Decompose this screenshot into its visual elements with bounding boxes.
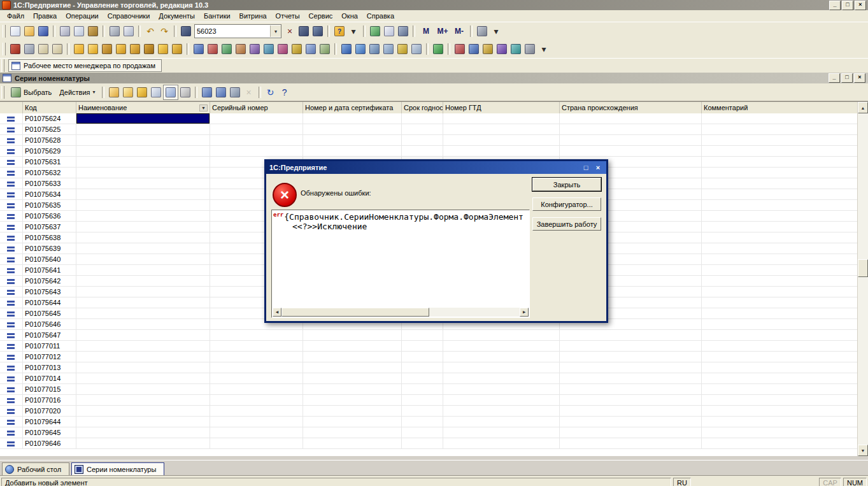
- cell-expiry[interactable]: [402, 438, 443, 448]
- cell-gtd[interactable]: [443, 330, 560, 340]
- cell-icon[interactable]: [0, 330, 23, 340]
- help-icon[interactable]: ?: [278, 85, 292, 99]
- cell-name[interactable]: [76, 232, 210, 243]
- menu-item-5[interactable]: Документы: [154, 11, 199, 21]
- actions-button[interactable]: Действия ▾: [55, 87, 99, 97]
- cell-gtd[interactable]: [443, 362, 560, 373]
- find-icon[interactable]: [297, 24, 311, 38]
- cell-country[interactable]: [560, 135, 702, 145]
- return-issue-icon[interactable]: [276, 42, 290, 56]
- cell-serial[interactable]: [210, 146, 303, 156]
- cell-cert[interactable]: [303, 352, 402, 362]
- scroll-left-icon[interactable]: ◀: [273, 308, 281, 317]
- cell-code[interactable]: P01075647: [23, 330, 76, 340]
- cell-expiry[interactable]: [402, 330, 443, 340]
- select-button[interactable]: Выбрать: [7, 86, 55, 99]
- menu-item-3[interactable]: Операции: [61, 11, 103, 21]
- payment-out-icon[interactable]: [170, 42, 184, 56]
- cell-country[interactable]: [560, 417, 702, 427]
- sales-report-icon[interactable]: [453, 42, 467, 56]
- menu-item-6[interactable]: Бантики: [199, 11, 235, 21]
- cell-name[interactable]: [76, 157, 210, 167]
- invoice-note-icon[interactable]: [304, 42, 318, 56]
- memory-minus-button[interactable]: M-: [451, 24, 467, 38]
- cell-icon[interactable]: [0, 395, 23, 405]
- table-row[interactable]: P01077012: [0, 352, 858, 362]
- tab-series[interactable]: Серии номенклатуры: [71, 462, 164, 475]
- chevron-down-icon[interactable]: ▾: [270, 25, 281, 37]
- cell-comment[interactable]: [702, 157, 858, 167]
- cell-name[interactable]: [76, 362, 210, 373]
- cell-expiry[interactable]: [402, 146, 443, 156]
- close-button[interactable]: ×: [855, 1, 866, 10]
- cell-code[interactable]: P01075640: [23, 254, 76, 264]
- column-header-cert[interactable]: Номер и дата сертификата: [303, 102, 402, 113]
- cell-code[interactable]: P01075638: [23, 232, 76, 243]
- toolbar-grip[interactable]: [3, 43, 6, 55]
- scroll-right-icon[interactable]: ▶: [520, 308, 529, 317]
- cell-code[interactable]: P01075637: [23, 222, 76, 232]
- cell-comment[interactable]: [702, 276, 858, 286]
- tools-icon[interactable]: [475, 24, 489, 38]
- cell-icon[interactable]: [0, 254, 23, 264]
- cell-name[interactable]: [76, 395, 210, 405]
- purchase-invoice-icon[interactable]: [192, 42, 206, 56]
- child-close-button[interactable]: ×: [854, 73, 865, 83]
- cell-cert[interactable]: [303, 406, 402, 416]
- sales-manager-workspace-button[interactable]: Рабочее место менеджера по продажам: [8, 59, 162, 72]
- cell-gtd[interactable]: [443, 406, 560, 416]
- cell-serial[interactable]: [210, 330, 303, 340]
- table-row[interactable]: P01077015: [0, 384, 858, 395]
- cell-code[interactable]: P01075642: [23, 276, 76, 286]
- address-book-icon[interactable]: [8, 42, 22, 56]
- menu-item-1[interactable]: Файл: [3, 11, 29, 21]
- table-row[interactable]: P01079645: [0, 427, 858, 438]
- nomenclature-icon[interactable]: [353, 42, 367, 56]
- counterparties-icon[interactable]: [339, 42, 353, 56]
- cell-serial[interactable]: [210, 124, 303, 134]
- cell-icon[interactable]: [0, 276, 23, 286]
- table-row[interactable]: P01075628: [0, 135, 858, 146]
- cell-icon[interactable]: [0, 384, 23, 394]
- cell-code[interactable]: P01075629: [23, 146, 76, 156]
- cell-code[interactable]: P01079646: [23, 438, 76, 448]
- delete-item-icon[interactable]: [178, 85, 192, 99]
- menu-item-4[interactable]: Справочники: [103, 11, 155, 21]
- cell-icon[interactable]: [0, 352, 23, 362]
- scroll-down-icon[interactable]: ▼: [858, 445, 868, 456]
- dropdown-icon[interactable]: ▾: [489, 24, 503, 38]
- error-text-box[interactable]: err{Справочник.СерииНоменклатуры.Форма.Ф…: [271, 210, 530, 318]
- menu-item-10[interactable]: Окна: [337, 11, 362, 21]
- child-restore-button[interactable]: □: [841, 73, 853, 83]
- cell-icon[interactable]: [0, 341, 23, 351]
- cell-name[interactable]: [76, 406, 210, 416]
- cell-expiry[interactable]: [402, 124, 443, 134]
- cell-comment[interactable]: [702, 330, 858, 340]
- cell-country[interactable]: [560, 341, 702, 351]
- filter-icon[interactable]: [200, 85, 214, 99]
- table-row[interactable]: P01075629: [0, 146, 858, 157]
- cell-code[interactable]: P01077012: [23, 352, 76, 362]
- menu-item-9[interactable]: Сервис: [304, 11, 338, 21]
- cell-comment[interactable]: [702, 124, 858, 134]
- cell-gtd[interactable]: [443, 373, 560, 383]
- dropdown-icon[interactable]: ▾: [346, 24, 360, 38]
- cell-icon[interactable]: [0, 373, 23, 383]
- cell-country[interactable]: [560, 427, 702, 438]
- act-document-icon[interactable]: [318, 42, 332, 56]
- cell-name[interactable]: [76, 308, 210, 318]
- cell-country[interactable]: [560, 113, 702, 124]
- column-header-gtd[interactable]: Номер ГТД: [443, 102, 560, 113]
- cell-serial[interactable]: [210, 427, 303, 438]
- cell-name[interactable]: [76, 319, 210, 329]
- cell-code[interactable]: P01075633: [23, 178, 76, 189]
- cell-code[interactable]: P01075624: [23, 113, 76, 124]
- cell-serial[interactable]: [210, 384, 303, 394]
- cell-name[interactable]: [76, 113, 210, 124]
- document-copy-icon[interactable]: [50, 42, 64, 56]
- cell-comment[interactable]: [702, 265, 858, 275]
- cell-name[interactable]: [76, 427, 210, 438]
- cell-expiry[interactable]: [402, 352, 443, 362]
- cell-name[interactable]: [76, 146, 210, 156]
- purse-icon[interactable]: [100, 42, 114, 56]
